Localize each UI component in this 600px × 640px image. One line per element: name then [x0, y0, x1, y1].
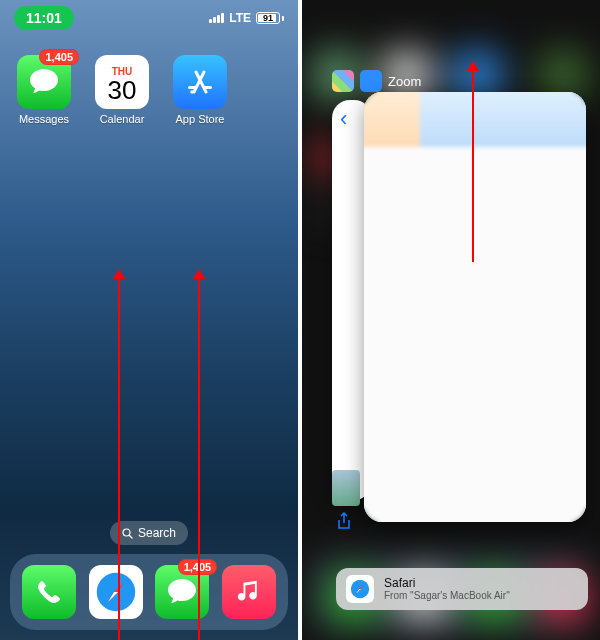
- svg-line-4: [129, 535, 132, 538]
- svg-point-2: [190, 90, 194, 94]
- photo-thumbnail: [332, 470, 360, 506]
- safari-icon: [92, 568, 140, 616]
- gesture-arrow: [118, 270, 120, 640]
- app-appstore[interactable]: App Store: [170, 55, 230, 125]
- search-label: Search: [138, 526, 176, 540]
- switcher-title: Zoom: [388, 74, 421, 89]
- app-calendar[interactable]: THU 30 Calendar: [92, 55, 152, 125]
- app-label: Messages: [14, 113, 74, 125]
- messages-icon: [166, 577, 198, 607]
- switcher-card-front[interactable]: [364, 92, 586, 522]
- music-icon: [235, 578, 263, 606]
- safari-icon: [346, 575, 374, 603]
- signal-icon: [209, 13, 224, 23]
- badge: 1,405: [39, 49, 79, 65]
- search-icon: [122, 528, 133, 539]
- toast-title: Safari: [384, 576, 510, 590]
- handoff-toast[interactable]: Safari From "Sagar's MacBook Air": [336, 568, 588, 610]
- search-button[interactable]: Search: [110, 521, 188, 545]
- dock-phone[interactable]: [22, 565, 76, 619]
- app-label: App Store: [170, 113, 230, 125]
- gesture-arrow: [198, 270, 200, 640]
- photos-icon: [332, 70, 354, 92]
- app-messages[interactable]: 1,405 Messages: [14, 55, 74, 125]
- app-label: Calendar: [92, 113, 152, 125]
- share-icon[interactable]: [336, 512, 352, 530]
- home-screen: 11:01 LTE 91 1,405 Messages: [0, 0, 298, 640]
- battery-icon: 91: [256, 12, 284, 24]
- status-bar: 11:01 LTE 91: [0, 0, 298, 36]
- status-time: 11:01: [26, 10, 62, 26]
- messages-icon: 1,405: [17, 55, 71, 109]
- svg-rect-0: [188, 86, 197, 89]
- time-pill[interactable]: 11:01: [14, 6, 74, 30]
- dock-messages[interactable]: 1,405: [155, 565, 209, 619]
- dock-safari[interactable]: [89, 565, 143, 619]
- toast-subtitle: From "Sagar's MacBook Air": [384, 590, 510, 602]
- zoom-icon: [360, 70, 382, 92]
- switcher-app-header: Zoom: [332, 70, 421, 92]
- gesture-arrow: [472, 62, 474, 262]
- phone-icon: [34, 577, 64, 607]
- dock-music[interactable]: [222, 565, 276, 619]
- dock: 1,405: [10, 554, 288, 630]
- network-label: LTE: [229, 11, 251, 25]
- calendar-icon: THU 30: [95, 55, 149, 109]
- appstore-icon: [173, 55, 227, 109]
- svg-rect-1: [203, 86, 212, 89]
- app-switcher: Zoom Safari From "Sagar's MacBook Air": [302, 0, 600, 640]
